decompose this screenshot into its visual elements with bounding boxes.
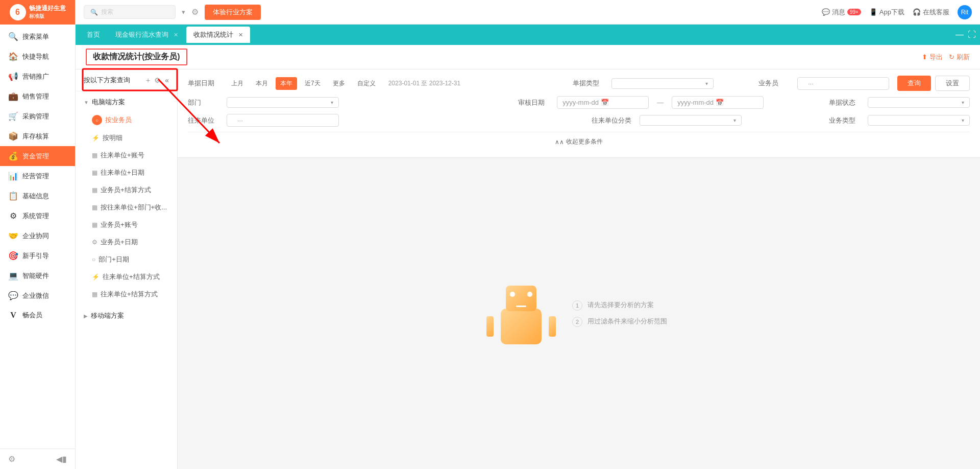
audit-date-from-placeholder: yyyy-mm-dd	[562, 99, 599, 106]
scheme-item-salesman-account[interactable]: ▦ 业务员+账号	[76, 216, 177, 233]
scheme-item-dept-date[interactable]: ○ 部门+日期	[76, 251, 177, 268]
empty-tips: 1 请先选择要分析的方案 2 用过滤条件来缩小分析范围	[572, 300, 667, 327]
scheme-settings-icon[interactable]: ⚙	[154, 76, 161, 84]
robot-mouth	[516, 306, 526, 307]
scheme-partner-date-label: 往来单位+日期	[101, 168, 144, 177]
sidebar-item-search-menu[interactable]: 🔍 搜索菜单	[0, 27, 75, 46]
pc-scheme-group-title[interactable]: ▼ 电脑端方案	[76, 93, 177, 111]
mobile-scheme-group-title[interactable]: ▶ 移动端方案	[76, 307, 177, 324]
partner-more-icon[interactable]: ···	[237, 116, 243, 124]
collapse-panel-icon[interactable]: «	[165, 76, 169, 84]
date-btn-7days[interactable]: 近7天	[300, 77, 325, 90]
sidebar-item-finance[interactable]: 💰 资金管理	[0, 146, 75, 166]
date-btn-this-month[interactable]: 本月	[251, 77, 273, 90]
scheme-item-salesman-settlement[interactable]: ▦ 业务员+结算方式	[76, 181, 177, 199]
salesman-date-icon: ⚙	[92, 239, 97, 246]
sidebar-item-purchase[interactable]: 🛒 采购管理	[0, 106, 75, 126]
refresh-button[interactable]: ↻ 刷新	[949, 53, 970, 62]
bill-type-select[interactable]: ▾	[611, 78, 714, 89]
sidebar-item-basic-info[interactable]: 📋 基础信息	[0, 186, 75, 206]
sidebar-item-inventory[interactable]: 📦 库存核算	[0, 126, 75, 146]
calendar-from-icon[interactable]: 📅	[601, 99, 609, 106]
date-btn-this-year[interactable]: 本年	[276, 77, 297, 90]
hardware-icon: 💻	[8, 271, 18, 280]
sidebar-item-enterprise[interactable]: 🤝 企业协同	[0, 226, 75, 246]
audit-date-label: 审核日期	[518, 98, 549, 107]
tab-minimize-icon[interactable]: —	[955, 30, 964, 39]
sidebar-item-newbie[interactable]: 🎯 新手引导	[0, 246, 75, 266]
scheme-item-partner-settlement2[interactable]: ▦ 往来单位+结算方式	[76, 286, 177, 303]
scheme-item-salesman[interactable]: ○ 按业务员	[76, 111, 177, 129]
partner-settlement2-icon: ▦	[92, 291, 97, 298]
date-btn-more[interactable]: 更多	[328, 77, 350, 90]
audit-date-from[interactable]: yyyy-mm-dd 📅	[557, 96, 649, 109]
tab-home[interactable]: 首页	[80, 27, 107, 43]
collapse-bar[interactable]: ∧∧ 收起更多条件	[188, 132, 970, 151]
empty-state: 1 请先选择要分析的方案 2 用过滤条件来缩小分析范围	[178, 158, 980, 469]
sidebar-item-wechat[interactable]: 💬 企业微信	[0, 286, 75, 306]
settings-button[interactable]: 设置	[935, 76, 970, 91]
partner-category-select[interactable]: ▾	[640, 115, 742, 126]
sidebar: 6 畅捷通好生意 标准版 🔍 搜索菜单 🏠 快捷导航 📢 营销推广 💼 销售管理…	[0, 0, 76, 469]
sidebar-item-operation[interactable]: 📊 经营管理	[0, 166, 75, 186]
tip-num-1: 1	[572, 300, 582, 311]
scheme-item-partner-account[interactable]: ▦ 往来单位+账号	[76, 147, 177, 164]
app-download-item[interactable]: 📱 App下载	[869, 8, 904, 17]
sidebar-item-marketing[interactable]: 📢 营销推广	[0, 66, 75, 86]
tab-bank-flow[interactable]: 现金银行流水查询 ✕	[108, 27, 185, 43]
topbar-settings-icon[interactable]: ⚙	[191, 7, 199, 17]
add-scheme-icon[interactable]: +	[146, 76, 150, 84]
sidebar-item-system[interactable]: ⚙ 系统管理	[0, 206, 75, 226]
topbar-dropdown-arrow[interactable]: ▾	[182, 8, 185, 16]
main-area: 🔍 搜索 ▾ ⚙ 体验行业方案 💬 消息 99+ 📱 App下载 🎧 在线客服	[76, 0, 980, 469]
scheme-item-salesman-date[interactable]: ⚙ 业务员+日期	[76, 233, 177, 251]
sidebar-item-member[interactable]: V 畅会员	[0, 306, 75, 325]
partner-select[interactable]: ···	[227, 114, 339, 127]
scheme-item-detail[interactable]: ⚡ 按明细	[76, 129, 177, 147]
scheme-item-partner-dept[interactable]: ▦ 按往来单位+部门+收...	[76, 199, 177, 216]
page-actions: ⬆ 导出 ↻ 刷新	[922, 53, 970, 62]
settings-bottom-icon[interactable]: ⚙	[8, 454, 15, 464]
messages-item[interactable]: 💬 消息 99+	[822, 8, 861, 17]
trial-button[interactable]: 体验行业方案	[205, 5, 261, 20]
sidebar-item-quick-nav[interactable]: 🏠 快捷导航	[0, 46, 75, 66]
tab-receipt-stats-close[interactable]: ✕	[238, 32, 243, 38]
scheme-item-partner-settlement1[interactable]: ⚡ 往来单位+结算方式	[76, 268, 177, 286]
left-panel-header: 按以下方案查询 + ⚙ «	[76, 69, 177, 91]
scheme-item-partner-date[interactable]: ▦ 往来单位+日期	[76, 164, 177, 181]
sidebar-label-finance: 资金管理	[22, 152, 49, 161]
calendar-to-icon[interactable]: 📅	[716, 99, 724, 106]
robot-body	[501, 309, 542, 344]
business-type-arrow: ▾	[962, 118, 964, 123]
department-select[interactable]: ▾	[227, 97, 339, 108]
sidebar-item-hardware[interactable]: 💻 智能硬件	[0, 266, 75, 286]
export-label: 导出	[929, 53, 943, 62]
audit-date-to[interactable]: yyyy-mm-dd 📅	[672, 96, 764, 109]
user-avatar[interactable]: Rit	[958, 5, 972, 19]
robot-eye-right	[527, 292, 532, 297]
tab-maximize-icon[interactable]: ⛶	[968, 30, 976, 39]
scheme-dept-date-label: 部门+日期	[99, 255, 129, 264]
tab-bank-flow-close[interactable]: ✕	[174, 32, 178, 38]
date-btn-last-month[interactable]: 上月	[227, 77, 248, 90]
date-btn-custom[interactable]: 自定义	[353, 77, 380, 90]
online-service-label: 在线客服	[923, 8, 949, 17]
salesman-more-icon[interactable]: ···	[808, 80, 814, 87]
business-type-select[interactable]: ▾	[868, 115, 970, 126]
salesman-label: 业务员	[758, 79, 789, 88]
scheme-detail-label: 按明细	[103, 133, 122, 143]
left-panel-title: 按以下方案查询	[84, 76, 130, 85]
topbar-search[interactable]: 🔍 搜索	[84, 5, 176, 19]
scheme-salesman-account-label: 业务员+账号	[101, 220, 138, 229]
sidebar-item-sales[interactable]: 💼 销售管理	[0, 86, 75, 106]
salesman-badge: ○	[92, 115, 102, 125]
tabbar-actions: — ⛶	[955, 30, 976, 39]
salesman-select[interactable]: ···	[797, 77, 889, 90]
online-service-item[interactable]: 🎧 在线客服	[913, 8, 949, 17]
sidebar-label-member: 畅会员	[22, 311, 42, 320]
bill-status-select[interactable]: ▾	[868, 97, 970, 108]
tab-receipt-stats[interactable]: 收款情况统计 ✕	[186, 27, 250, 43]
query-button[interactable]: 查询	[897, 76, 931, 91]
export-button[interactable]: ⬆ 导出	[922, 53, 943, 62]
collapse-sidebar-icon[interactable]: ◀▮	[56, 454, 67, 464]
